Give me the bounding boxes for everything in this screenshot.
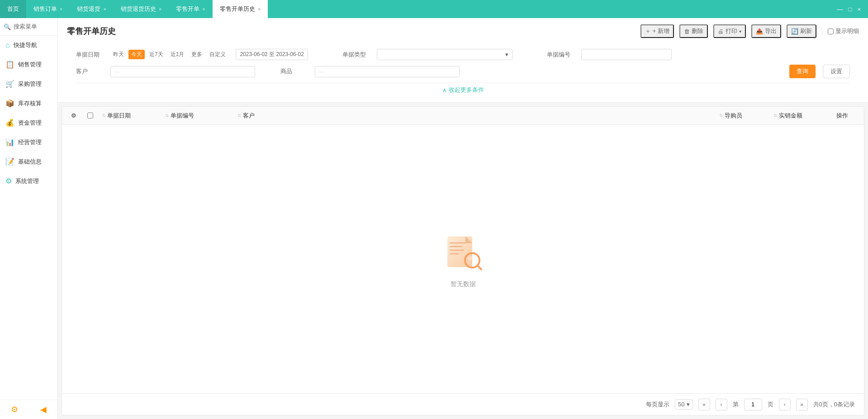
empty-state: 暂无数据 bbox=[436, 230, 490, 288]
tab-retail-open[interactable]: 零售开单× bbox=[169, 0, 212, 18]
tab-close-retail-open[interactable]: × bbox=[202, 6, 205, 12]
product-input[interactable]: ··· bbox=[315, 66, 460, 77]
sort-customer-icon[interactable]: ⇅ bbox=[237, 113, 241, 118]
page-size-label: 每页显示 bbox=[646, 400, 669, 409]
date-range-picker[interactable]: 2023-06-02 至 2023-06-02 bbox=[236, 49, 308, 60]
tab-sales-order[interactable]: 销售订单× bbox=[26, 0, 70, 18]
sidebar-item-sales-mgmt[interactable]: 📋销售管理 bbox=[0, 55, 57, 74]
window-controls: — □ × bbox=[830, 6, 868, 13]
tab-close-sales-order[interactable]: × bbox=[60, 6, 62, 12]
th-customer: ⇅ 客户 bbox=[234, 112, 716, 120]
tab-close-sales-return-history[interactable]: × bbox=[159, 6, 161, 12]
select-all-checkbox[interactable] bbox=[87, 113, 93, 118]
date-opt-more[interactable]: 更多 bbox=[189, 50, 205, 59]
empty-illustration bbox=[436, 230, 490, 275]
show-detail-checkbox[interactable]: 显示明细 bbox=[828, 27, 859, 35]
page-number-input[interactable] bbox=[744, 399, 762, 410]
refresh-icon: 🔄 bbox=[791, 28, 798, 35]
product-label: 商品 bbox=[280, 67, 308, 75]
first-page-btn[interactable]: « bbox=[698, 399, 710, 410]
sidebar-search-label: 搜索菜单 bbox=[14, 23, 37, 31]
sidebar-item-finance[interactable]: 💰资金管理 bbox=[0, 113, 57, 132]
prev-page-btn[interactable]: ‹ bbox=[716, 399, 727, 410]
collapse-icon: ∧ bbox=[442, 87, 447, 94]
doc-type-select[interactable]: ▾ bbox=[377, 49, 512, 60]
th-date: ⇅ 单据日期 bbox=[98, 112, 161, 120]
sidebar-search[interactable]: 🔍 搜索菜单 bbox=[0, 18, 57, 36]
search-icon: 🔍 bbox=[4, 24, 11, 30]
sidebar: 🔍 搜索菜单 ⌂快捷导航📋销售管理🛒采购管理📦库存核算💰资金管理📊经营管理📝基础… bbox=[0, 18, 58, 419]
sidebar-icon-purchase-mgmt: 🛒 bbox=[5, 80, 14, 88]
page-size-select[interactable]: 50 ▾ bbox=[675, 399, 693, 410]
sidebar-collapse-icon[interactable]: ◀ bbox=[40, 405, 47, 414]
tab-close-retail-open-history[interactable]: × bbox=[258, 6, 261, 12]
svg-line-8 bbox=[477, 265, 481, 269]
sidebar-label-sys-mgmt: 系统管理 bbox=[15, 177, 39, 185]
tab-sales-return-history[interactable]: 销货退货历史× bbox=[114, 0, 169, 18]
sort-guide-icon[interactable]: ⇅ bbox=[719, 113, 723, 118]
settings-gear-icon[interactable]: ⚙ bbox=[71, 112, 76, 119]
show-detail-input[interactable] bbox=[828, 28, 834, 34]
table-header: ⚙ ⇅ 单据日期 ⇅ 单据编号 ⇅ 客户 ⇅ bbox=[62, 107, 864, 125]
tab-close-sales-return[interactable]: × bbox=[103, 6, 106, 12]
sidebar-gear-icon[interactable]: ⚙ bbox=[11, 405, 18, 414]
content-area: 零售开单历史 ＋ + 新增 🗑 删除 🖨 打印 ▾ bbox=[58, 18, 868, 419]
filter-row-1: 单据日期 昨天 今天 近7天 近1月 更多 自定义 2023-06-02 至 2… bbox=[76, 49, 850, 60]
collapse-more-btn[interactable]: ∧ 收起更多条件 bbox=[76, 83, 850, 97]
sidebar-item-operations[interactable]: 📊经营管理 bbox=[0, 132, 57, 152]
date-opt-1month[interactable]: 近1月 bbox=[168, 50, 187, 59]
page-size-dropdown-icon: ▾ bbox=[687, 401, 690, 408]
th-check[interactable] bbox=[82, 113, 98, 118]
sidebar-item-sys-mgmt[interactable]: ⚙系统管理 bbox=[0, 171, 57, 191]
date-opt-custom[interactable]: 自定义 bbox=[207, 50, 228, 59]
sidebar-item-base-info[interactable]: 📝基础信息 bbox=[0, 152, 57, 171]
sidebar-item-purchase-mgmt[interactable]: 🛒采购管理 bbox=[0, 74, 57, 94]
sidebar-item-quick-nav[interactable]: ⌂快捷导航 bbox=[0, 36, 57, 55]
date-opt-7days[interactable]: 近7天 bbox=[147, 50, 166, 59]
total-info: 共0页，0条记录 bbox=[813, 400, 855, 409]
next-page-btn[interactable]: › bbox=[779, 399, 791, 410]
sidebar-icon-base-info: 📝 bbox=[5, 157, 14, 166]
svg-rect-1 bbox=[450, 242, 465, 244]
tab-label-retail-open: 零售开单 bbox=[176, 5, 199, 13]
window-min-btn[interactable]: — bbox=[837, 6, 843, 13]
print-button[interactable]: 🖨 打印 ▾ bbox=[713, 24, 746, 38]
add-button[interactable]: ＋ + 新增 bbox=[640, 24, 674, 38]
toolbar: ＋ + 新增 🗑 删除 🖨 打印 ▾ 📤 导出 bbox=[640, 24, 859, 38]
doc-no-input[interactable] bbox=[581, 49, 672, 60]
customer-input[interactable]: ··· bbox=[110, 66, 255, 77]
date-opt-today[interactable]: 今天 bbox=[128, 50, 145, 59]
last-page-btn[interactable]: » bbox=[796, 399, 808, 410]
delete-button[interactable]: 🗑 删除 bbox=[679, 24, 708, 38]
sidebar-label-purchase-mgmt: 采购管理 bbox=[18, 80, 42, 88]
sidebar-label-sales-mgmt: 销售管理 bbox=[18, 61, 42, 69]
sidebar-icon-inventory: 📦 bbox=[5, 99, 14, 108]
sort-date-icon[interactable]: ⇅ bbox=[102, 113, 105, 118]
sidebar-icon-sales-mgmt: 📋 bbox=[5, 60, 14, 69]
sidebar-item-inventory[interactable]: 📦库存核算 bbox=[0, 94, 57, 113]
tab-sales-return[interactable]: 销货退货× bbox=[70, 0, 113, 18]
tab-retail-open-history[interactable]: 零售开单历史× bbox=[213, 0, 268, 18]
empty-text: 暂无数据 bbox=[451, 280, 476, 288]
add-icon: ＋ bbox=[645, 27, 651, 35]
tab-label-sales-return-history: 销货退货历史 bbox=[121, 5, 156, 13]
date-opt-yesterday[interactable]: 昨天 bbox=[110, 50, 127, 59]
sort-order-icon[interactable]: ⇅ bbox=[165, 113, 169, 118]
tab-home[interactable]: 首页 bbox=[0, 0, 26, 18]
th-settings[interactable]: ⚙ bbox=[66, 112, 82, 119]
export-icon: 📤 bbox=[756, 28, 763, 35]
main-layout: 🔍 搜索菜单 ⌂快捷导航📋销售管理🛒采购管理📦库存核算💰资金管理📊经营管理📝基础… bbox=[0, 18, 868, 419]
refresh-button[interactable]: 🔄 刷新 bbox=[787, 24, 816, 38]
sidebar-label-finance: 资金管理 bbox=[18, 119, 42, 127]
th-amount: ⇅ 实销金额 bbox=[770, 112, 824, 120]
th-guide: ⇅ 导购员 bbox=[716, 112, 770, 120]
sort-amount-icon[interactable]: ⇅ bbox=[773, 113, 777, 118]
print-dropdown-icon: ▾ bbox=[739, 29, 741, 34]
export-button[interactable]: 📤 导出 bbox=[751, 24, 781, 38]
customer-label: 客户 bbox=[76, 67, 103, 75]
window-max-btn[interactable]: □ bbox=[849, 6, 852, 13]
query-button[interactable]: 查询 bbox=[789, 65, 816, 78]
delete-icon: 🗑 bbox=[684, 28, 690, 35]
settings-button[interactable]: 设置 bbox=[823, 65, 850, 78]
window-close-btn[interactable]: × bbox=[857, 6, 861, 13]
